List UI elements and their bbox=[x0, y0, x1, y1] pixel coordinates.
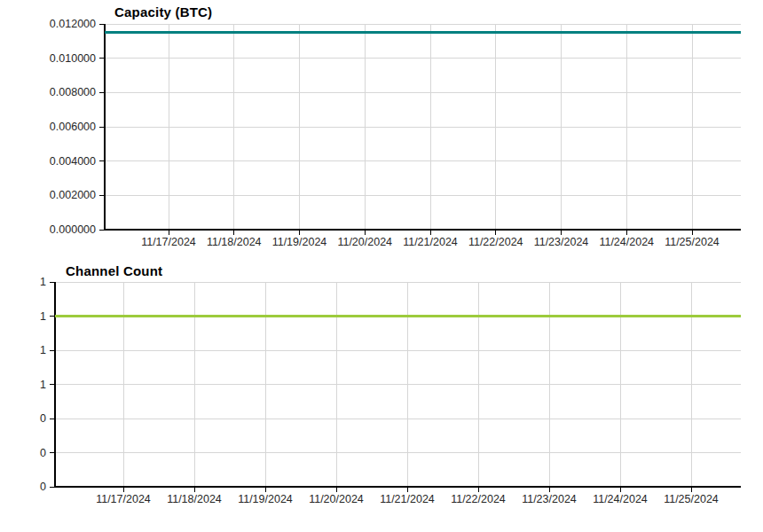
y-tick-label: 1 bbox=[40, 310, 46, 323]
x-tick-label: 11/20/2024 bbox=[309, 493, 364, 505]
y-tick-label: 0.008000 bbox=[50, 86, 96, 98]
x-tick-label: 11/22/2024 bbox=[468, 236, 523, 248]
x-tick-label: 11/20/2024 bbox=[337, 236, 392, 248]
y-tick-label: 0 bbox=[40, 481, 46, 493]
y-tick-label: 0.000000 bbox=[50, 223, 96, 236]
y-tick-label: 0.002000 bbox=[50, 189, 96, 201]
x-tick-label: 11/24/2024 bbox=[599, 236, 654, 248]
x-tick-label: 11/25/2024 bbox=[665, 236, 720, 248]
x-tick-label: 11/22/2024 bbox=[451, 493, 506, 505]
charts-canvas: 0.0120000.0100000.0080000.0060000.004000… bbox=[0, 0, 763, 532]
y-tick-label: 1 bbox=[40, 379, 46, 391]
channel-count-chart: 111100011/17/202411/18/202411/19/202411/… bbox=[40, 276, 741, 505]
x-tick-label: 11/23/2024 bbox=[522, 493, 577, 505]
x-tick-label: 11/23/2024 bbox=[534, 236, 589, 248]
x-tick-label: 11/21/2024 bbox=[403, 236, 458, 248]
y-tick-label: 0.010000 bbox=[50, 52, 96, 65]
x-tick-label: 11/25/2024 bbox=[664, 493, 719, 505]
x-tick-label: 11/19/2024 bbox=[238, 493, 293, 505]
x-tick-label: 11/21/2024 bbox=[380, 493, 435, 505]
y-tick-label: 1 bbox=[40, 276, 46, 288]
y-tick-label: 1 bbox=[40, 344, 46, 356]
y-tick-label: 0 bbox=[40, 447, 46, 459]
y-tick-label: 0.004000 bbox=[50, 155, 96, 168]
dashboard: Capacity (BTC) Channel Count 0.0120000.0… bbox=[0, 0, 763, 532]
x-tick-label: 11/18/2024 bbox=[207, 236, 262, 248]
y-tick-label: 0.006000 bbox=[50, 121, 96, 133]
y-tick-label: 0 bbox=[40, 412, 46, 425]
y-tick-label: 0.012000 bbox=[50, 18, 96, 30]
x-tick-label: 11/19/2024 bbox=[272, 236, 327, 248]
x-tick-label: 11/17/2024 bbox=[141, 236, 196, 248]
x-tick-label: 11/18/2024 bbox=[167, 493, 222, 505]
capacity-chart: 0.0120000.0100000.0080000.0060000.004000… bbox=[50, 18, 741, 248]
x-tick-label: 11/24/2024 bbox=[593, 493, 648, 505]
x-tick-label: 11/17/2024 bbox=[96, 493, 151, 505]
